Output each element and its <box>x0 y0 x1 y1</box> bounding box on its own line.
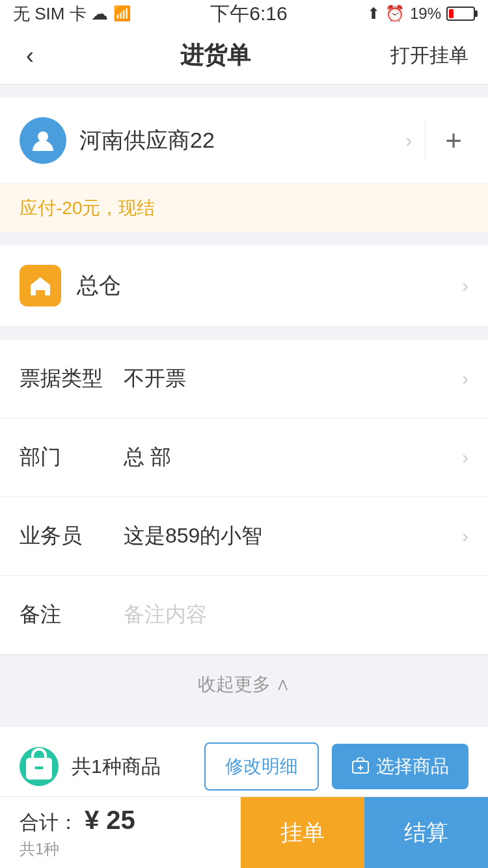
invoice-type-label: 票据类型 <box>20 364 124 393</box>
hang-label: 挂单 <box>280 818 325 848</box>
total-label: 合计： <box>20 809 78 836</box>
nav-bar: ‹ 进货单 打开挂单 <box>0 27 488 85</box>
remark-placeholder: 备注内容 <box>124 601 468 629</box>
status-left: 无 SIM 卡 ☁ 📶 <box>13 3 131 25</box>
warehouse-chevron-icon: › <box>462 275 468 297</box>
select-product-label: 选择商品 <box>376 754 449 779</box>
form-section: 票据类型 不开票 › 部门 总 部 › 业务员 这是859的小智 › 备注 备注… <box>0 340 488 655</box>
total-row: 合计： ¥ 25 <box>20 806 221 836</box>
add-button[interactable]: + <box>439 124 468 157</box>
settle-label: 结算 <box>404 818 448 848</box>
collapse-label: 收起更多 ∧ <box>198 674 291 694</box>
status-time: 下午6:16 <box>210 1 287 27</box>
hang-button[interactable]: 挂单 <box>241 797 364 868</box>
supplier-section: 河南供应商22 › + 应付-20元，现结 <box>0 98 488 232</box>
open-pending-button[interactable]: 打开挂单 <box>390 42 468 69</box>
alarm-icon: ⏰ <box>385 5 405 23</box>
salesperson-label: 业务员 <box>20 522 124 550</box>
remark-row[interactable]: 备注 备注内容 <box>0 576 488 655</box>
svg-point-0 <box>38 131 48 142</box>
invoice-type-chevron-icon: › <box>462 368 468 390</box>
product-count-icon <box>20 747 59 786</box>
department-chevron-icon: › <box>462 446 468 468</box>
invoice-type-value: 不开票 <box>124 364 462 393</box>
supplier-name: 河南供应商22 <box>79 126 405 156</box>
sim-status: 无 SIM 卡 ☁ <box>13 3 108 25</box>
department-value: 总 部 <box>124 443 462 472</box>
remark-label: 备注 <box>20 601 124 629</box>
department-row[interactable]: 部门 总 部 › <box>0 418 488 497</box>
edit-detail-button[interactable]: 修改明细 <box>204 742 319 791</box>
supplier-chevron-icon: › <box>405 129 412 152</box>
footer-total: 合计： ¥ 25 共1种 <box>0 797 241 868</box>
total-amount: ¥ 25 <box>85 806 135 835</box>
supplier-row[interactable]: 河南供应商22 › + <box>0 98 488 184</box>
page-title: 进货单 <box>180 40 251 72</box>
select-product-icon <box>351 757 370 776</box>
status-right: ⬆ ⏰ 19% <box>367 5 475 23</box>
battery-icon <box>446 7 475 21</box>
status-bar: 无 SIM 卡 ☁ 📶 下午6:16 ⬆ ⏰ 19% <box>0 0 488 27</box>
salesperson-value: 这是859的小智 <box>124 522 462 550</box>
product-header: 共1种商品 修改明细 选择商品 <box>0 727 488 807</box>
salesperson-row[interactable]: 业务员 这是859的小智 › <box>0 497 488 576</box>
product-count-text: 共1种商品 <box>72 753 191 780</box>
invoice-type-row[interactable]: 票据类型 不开票 › <box>0 340 488 418</box>
location-icon: ⬆ <box>367 5 380 23</box>
wifi-icon: 📶 <box>113 5 131 22</box>
warehouse-icon <box>20 265 61 306</box>
battery-percent: 19% <box>410 5 441 23</box>
salesperson-chevron-icon: › <box>462 525 468 547</box>
svg-rect-3 <box>34 766 43 769</box>
department-label: 部门 <box>20 443 124 472</box>
warehouse-row[interactable]: 总仓 › <box>0 245 488 327</box>
back-button[interactable]: ‹ <box>20 36 40 76</box>
warehouse-name: 总仓 <box>77 271 462 301</box>
select-product-button[interactable]: 选择商品 <box>332 744 468 789</box>
collapse-bar[interactable]: 收起更多 ∧ <box>0 655 488 714</box>
footer: 合计： ¥ 25 共1种 挂单 结算 <box>0 796 488 868</box>
notice-text: 应付-20元，现结 <box>20 198 155 218</box>
settle-button[interactable]: 结算 <box>364 797 488 868</box>
svg-rect-1 <box>36 290 45 295</box>
supplier-avatar <box>20 117 66 164</box>
divider <box>425 121 426 160</box>
total-sub: 共1种 <box>20 839 221 860</box>
notice-bar: 应付-20元，现结 <box>0 184 488 232</box>
